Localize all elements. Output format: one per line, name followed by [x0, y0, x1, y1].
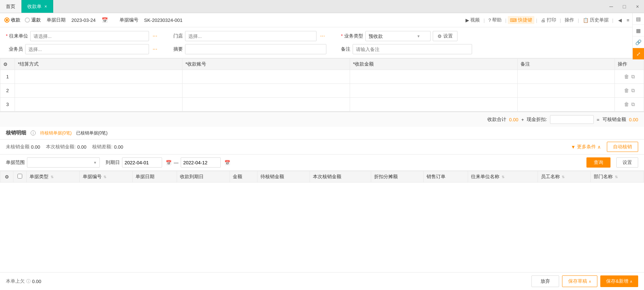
maximize-button[interactable]: □: [618, 0, 631, 13]
reconcile-settings-button[interactable]: 设置: [616, 157, 638, 168]
close-button[interactable]: ×: [631, 0, 644, 13]
shop-more-icon[interactable]: ···: [319, 33, 326, 39]
date-from-input[interactable]: [122, 157, 162, 168]
biz-type-label: * 业务类型: [341, 33, 363, 39]
save-new-arrow-icon: ∧: [630, 279, 632, 283]
calendar-to-icon[interactable]: 📅: [224, 160, 230, 165]
tab-receipt[interactable]: 收款单 ×: [21, 0, 53, 13]
row-settlement-3[interactable]: [15, 98, 182, 111]
more-conditions-button[interactable]: ▼ 更多条件 ∧: [571, 144, 601, 150]
tab-home-label: 首页: [6, 3, 15, 10]
sidebar-icon-1[interactable]: ▤: [633, 13, 644, 25]
staff-input[interactable]: [25, 44, 149, 54]
sort-dept-icon[interactable]: ⇅: [615, 175, 618, 179]
row-idx-1: 1: [0, 70, 15, 84]
row-settlement-1[interactable]: [15, 70, 182, 84]
save-draft-button[interactable]: 保存草稿 ∧: [562, 275, 597, 287]
range-select[interactable]: [27, 157, 100, 168]
diff-stat: 核销差额: 0.00: [92, 144, 123, 150]
bth-settings[interactable]: ⚙: [0, 171, 13, 183]
calendar-icon[interactable]: 📅: [102, 17, 108, 23]
staff-more-icon[interactable]: ···: [151, 46, 159, 52]
copy-icon-1[interactable]: ⧉: [631, 74, 635, 80]
partner-input[interactable]: [30, 31, 149, 41]
row-amount-2[interactable]: [350, 84, 517, 98]
row-account-1[interactable]: [182, 70, 350, 84]
help-button[interactable]: ? 帮助: [486, 16, 504, 24]
staff-field: 业务员 ···: [6, 44, 159, 54]
footer-info: 本单上欠 ⓘ 0.00: [6, 278, 41, 285]
row-remark-3[interactable]: [517, 98, 614, 111]
row-ops-buttons-2: 🗑 ⧉: [618, 87, 641, 94]
auto-reconcile-button[interactable]: 自动核销: [607, 142, 638, 152]
staff-label: 业务员: [6, 46, 23, 52]
discount-input[interactable]: [550, 115, 594, 124]
delete-icon-2[interactable]: 🗑: [624, 87, 629, 94]
sidebar-icon-2[interactable]: ▦: [633, 25, 644, 36]
history-button[interactable]: 📋 历史单据: [581, 16, 611, 24]
radio-refund[interactable]: 退款: [25, 17, 41, 23]
shortcut-button[interactable]: ⌨ 快捷键: [508, 16, 534, 24]
shop-input[interactable]: [185, 31, 317, 41]
save-new-button[interactable]: 保存&新增 ∧: [600, 275, 638, 287]
order-info-icon[interactable]: ⓘ: [26, 278, 31, 285]
row-remark-1[interactable]: [517, 70, 614, 84]
bth-amount: 金额: [229, 171, 257, 183]
row-ops-3: 🗑 ⧉: [615, 98, 644, 111]
order-label: 本单上欠: [6, 278, 25, 285]
settings-button[interactable]: ⚙ 设置: [433, 31, 458, 41]
tab-close-icon[interactable]: ×: [44, 4, 47, 9]
video-button[interactable]: ▶ 视频: [463, 16, 482, 24]
sort-staff-icon[interactable]: ⇅: [562, 175, 565, 179]
radio-receipt[interactable]: 收款: [4, 17, 20, 23]
reconcile-info-icon[interactable]: i: [31, 130, 36, 136]
copy-icon-2[interactable]: ⧉: [631, 87, 635, 94]
sidebar-icon-4[interactable]: ⤢: [633, 48, 644, 60]
row-account-3[interactable]: [182, 98, 350, 111]
operation-button[interactable]: 操作: [562, 16, 576, 24]
select-all-checkbox[interactable]: [17, 174, 22, 179]
query-button[interactable]: 查询: [586, 157, 610, 168]
row-amount-3[interactable]: [350, 98, 517, 111]
print-button[interactable]: 🖨 打印: [539, 16, 558, 24]
row-amount-1[interactable]: [350, 70, 517, 84]
sidebar-icon-3[interactable]: 🔗: [633, 36, 644, 48]
layout-prev-icon[interactable]: ◀: [616, 16, 624, 24]
keyboard-icon: ⌨: [510, 17, 517, 23]
done-tab[interactable]: 已核销单据(0笔): [76, 130, 108, 136]
copy-icon-3[interactable]: ⧉: [631, 101, 635, 107]
partner-required: *: [6, 33, 8, 39]
window-controls: ─ □ ×: [605, 0, 644, 13]
minimize-button[interactable]: ─: [605, 0, 618, 13]
biz-type-select[interactable]: 预收款: [365, 31, 431, 41]
tab-home[interactable]: 首页: [0, 0, 21, 13]
bth-due-date: 收款到期日: [177, 171, 230, 183]
date-to-input[interactable]: [181, 157, 221, 168]
delete-icon-3[interactable]: 🗑: [624, 101, 629, 107]
row-remark-2[interactable]: [517, 84, 614, 98]
remark-input[interactable]: [353, 44, 472, 54]
radio-receipt-label: 收款: [11, 17, 20, 23]
th-operation: 操作: [615, 59, 644, 70]
pending-tab[interactable]: 待核销单据(0笔): [40, 130, 72, 136]
divider1: |: [483, 17, 484, 23]
row-account-2[interactable]: [182, 84, 350, 98]
abandon-button[interactable]: 放弃: [531, 275, 559, 287]
calendar-from-icon[interactable]: 📅: [166, 160, 172, 165]
row-settlement-2[interactable]: [15, 84, 182, 98]
th-settlement: *结算方式: [15, 59, 182, 70]
layout-list-icon[interactable]: ≡: [624, 16, 632, 24]
form-row-1: * 往来单位 ··· 门店 ··· * 业务类型 预收: [6, 31, 638, 41]
sort-no-icon[interactable]: ⇅: [103, 175, 106, 179]
summary-input[interactable]: [185, 44, 326, 54]
sort-partner-icon[interactable]: ⇅: [502, 175, 504, 179]
reconcile-stats: 未核销金额 0.00 本次核销金额: 0.00 核销差额: 0.00 ▼ 更多条…: [0, 140, 644, 154]
no-value: SK-20230324-001: [144, 17, 183, 23]
bth-check[interactable]: [13, 171, 27, 183]
sort-type-icon[interactable]: ⇅: [51, 175, 54, 179]
partner-more-icon[interactable]: ···: [151, 33, 159, 39]
delete-icon-1[interactable]: 🗑: [624, 74, 629, 80]
gear-icon: ⚙: [437, 34, 442, 39]
order-value: 0.00: [32, 279, 41, 284]
th-settings[interactable]: ⚙: [0, 59, 15, 70]
